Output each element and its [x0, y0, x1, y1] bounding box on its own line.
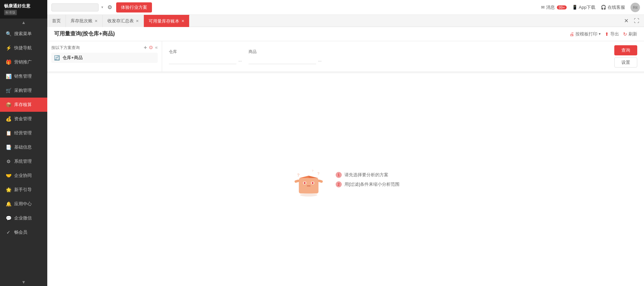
warehouse-input[interactable]: [169, 56, 236, 64]
filter-actions: 查询 设置: [614, 45, 637, 68]
sidebar-item-system[interactable]: ⚙ 系统管理: [0, 154, 47, 168]
print-button[interactable]: 🖨 按模板打印 ▾: [569, 31, 601, 37]
message-label: 消息: [546, 4, 555, 10]
goods-label: 商品: [249, 49, 321, 55]
sidebar-header: 畅康通好生意 标准版: [0, 0, 47, 19]
search-input[interactable]: [51, 3, 99, 11]
query-button[interactable]: 查询: [614, 45, 637, 55]
svg-point-5: [312, 182, 313, 184]
sidebar-item-finance[interactable]: 💰 资金管理: [0, 112, 47, 126]
close-tab-icon[interactable]: ✕: [136, 19, 139, 23]
online-service-button[interactable]: 🎧 在线客服: [601, 4, 625, 10]
empty-state-inner: ? ? ? 1 请先选择要分析的方案 2 用[过滤]条件来缩小分析范围: [292, 163, 400, 197]
filter-scheme-panel: 按以下方案查询 + ⊙ « 🔄 仓库+商品: [47, 41, 162, 72]
sidebar-item-guide[interactable]: 🌟 新手引导: [0, 183, 47, 197]
tab-receive-summary[interactable]: 收发存汇总表 ✕: [103, 15, 144, 27]
svg-rect-6: [307, 185, 310, 186]
settings-scheme-icon[interactable]: ⊙: [149, 45, 153, 51]
filter-scheme-label: 按以下方案查询: [51, 45, 80, 51]
sidebar-item-label: 应用中心: [14, 201, 32, 207]
search-icon: 🔍: [5, 31, 11, 36]
export-button[interactable]: ⬆ 导出: [605, 31, 619, 37]
wechat-icon: 💬: [5, 215, 11, 221]
sidebar-item-base-info[interactable]: 📑 基础信息: [0, 140, 47, 154]
sidebar-item-label: 销售管理: [14, 73, 32, 79]
page-header: 可用量查询(按仓库+商品) 🖨 按模板打印 ▾ ⬆ 导出 ↻ 刷新: [47, 27, 644, 41]
sidebar-item-label: 新手引导: [14, 187, 32, 193]
finance-icon: 💰: [5, 116, 11, 122]
tip-number-2: 2: [336, 181, 342, 187]
tab-bar-actions: ✕ ⛶: [622, 16, 644, 25]
sidebar-item-label: 企业协同: [14, 173, 32, 179]
sidebar-item-enterprise[interactable]: 🤝 企业协同: [0, 168, 47, 183]
sidebar-item-purchase[interactable]: 🛒 采购管理: [0, 83, 47, 98]
sidebar-item-label: 营销推广: [14, 59, 32, 65]
settings-button[interactable]: 设置: [614, 57, 637, 68]
sidebar-item-label: 资金管理: [14, 116, 32, 122]
svg-text:?: ?: [297, 173, 300, 178]
main-area: ▾ ⚙ 体验行业方案 ✉ 消息 99+ 📱 App下载 🎧 在线客服 Rit 首…: [47, 0, 644, 286]
sidebar-item-sales[interactable]: 📊 销售管理: [0, 69, 47, 83]
app-download-button[interactable]: 📱 App下载: [572, 4, 595, 10]
warehouse-input-row: ...: [169, 56, 242, 64]
sidebar-item-label: 采购管理: [14, 87, 32, 94]
svg-point-0: [300, 193, 317, 197]
marketing-icon: 🎁: [5, 59, 11, 65]
app-name: 畅康通好生意: [4, 3, 43, 9]
search-dropdown-icon[interactable]: ▾: [101, 5, 103, 9]
close-active-tab-icon[interactable]: ✕: [181, 19, 184, 23]
svg-text:?: ?: [317, 172, 319, 176]
sidebar-item-quick-nav[interactable]: ⚡ 快捷导航: [0, 41, 47, 55]
add-scheme-icon[interactable]: +: [144, 45, 147, 51]
warehouse-more-icon[interactable]: ...: [238, 58, 242, 62]
tab-batch-account[interactable]: 库存批次账 ✕: [66, 15, 103, 27]
app-download-icon: 📱: [572, 5, 577, 10]
app-center-icon: 🔔: [5, 201, 11, 207]
warehouse-filter-field: 仓库 ...: [169, 49, 242, 64]
scheme-item-warehouse-goods[interactable]: 🔄 仓库+商品: [51, 53, 158, 63]
tip-text-2: 用[过滤]条件来缩小分析范围: [344, 181, 400, 187]
empty-tips: 1 请先选择要分析的方案 2 用[过滤]条件来缩小分析范围: [336, 172, 400, 187]
close-window-button[interactable]: ✕: [622, 16, 630, 25]
goods-input-row: ...: [249, 56, 321, 64]
sidebar-item-label: 企业微信: [14, 215, 32, 221]
sales-icon: 📊: [5, 74, 11, 79]
sidebar-scroll-down[interactable]: ▼: [0, 278, 47, 286]
sidebar-item-member[interactable]: ✓ 畅会员: [0, 225, 47, 239]
experience-button[interactable]: 体验行业方案: [116, 2, 152, 12]
avatar[interactable]: Rit: [630, 3, 640, 12]
tab-home[interactable]: 首页: [47, 15, 66, 27]
purchase-icon: 🛒: [5, 88, 11, 93]
refresh-button[interactable]: ↻ 刷新: [623, 31, 637, 37]
page-title: 可用量查询(按仓库+商品): [54, 30, 115, 37]
message-button[interactable]: ✉ 消息 99+: [541, 4, 567, 10]
scheme-label: 仓库+商品: [62, 55, 83, 61]
inventory-icon: 📦: [5, 102, 11, 107]
svg-point-4: [304, 182, 305, 184]
expand-window-button[interactable]: ⛶: [632, 17, 641, 25]
sidebar-item-wechat[interactable]: 💬 企业微信: [0, 211, 47, 225]
sidebar-scroll-up[interactable]: ▲: [0, 19, 47, 27]
sidebar-item-inventory[interactable]: 📦 库存核算: [0, 98, 47, 112]
close-tab-icon[interactable]: ✕: [95, 19, 98, 23]
goods-more-icon[interactable]: ...: [318, 58, 321, 62]
app-download-label: App下载: [579, 4, 595, 10]
tab-bar: 首页 库存批次账 ✕ 收发存汇总表 ✕ 可用量库存账本 ✕ ✕ ⛶: [47, 15, 644, 27]
goods-input[interactable]: [249, 56, 316, 64]
sidebar-item-operations[interactable]: 📋 经营管理: [0, 126, 47, 140]
member-icon: ✓: [5, 230, 11, 235]
gear-icon[interactable]: ⚙: [106, 3, 113, 12]
collapse-scheme-icon[interactable]: «: [155, 45, 158, 51]
sidebar-item-marketing[interactable]: 🎁 营销推广: [0, 55, 47, 69]
sidebar-scroll: 🔍 搜索菜单 ⚡ 快捷导航 🎁 营销推广 📊 销售管理 🛒 采购管理 📦 库存核…: [0, 27, 47, 278]
sidebar: 畅康通好生意 标准版 ▲ 🔍 搜索菜单 ⚡ 快捷导航 🎁 营销推广 📊 销售管理…: [0, 0, 47, 286]
sidebar-item-app-center[interactable]: 🔔 应用中心: [0, 197, 47, 211]
tip-number-1: 1: [336, 172, 342, 178]
warehouse-label: 仓库: [169, 49, 242, 55]
sidebar-item-label: 基础信息: [14, 144, 32, 150]
sidebar-item-search[interactable]: 🔍 搜索菜单: [0, 27, 47, 41]
filter-scheme-header: 按以下方案查询 + ⊙ «: [51, 45, 158, 51]
tab-available-ledger[interactable]: 可用量库存账本 ✕: [144, 15, 189, 27]
sidebar-item-label: 经营管理: [14, 130, 32, 136]
scheme-icon: 🔄: [54, 55, 60, 60]
